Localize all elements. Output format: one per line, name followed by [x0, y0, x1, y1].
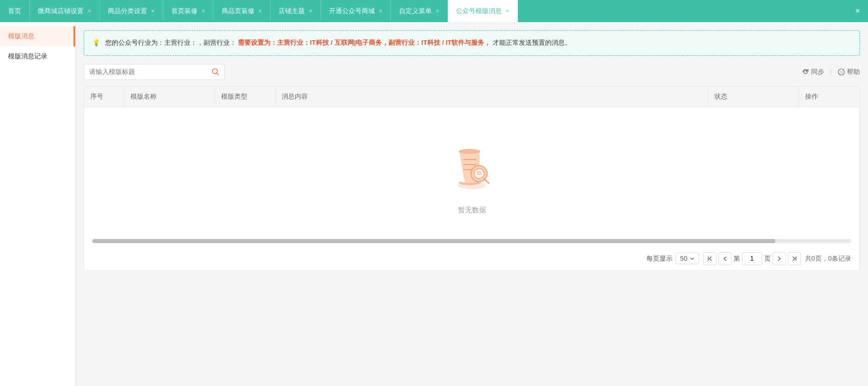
- close-open-mall[interactable]: ×: [379, 8, 382, 15]
- tab-homepage-decor[interactable]: 首页装修 ×: [163, 0, 214, 22]
- close-product-category[interactable]: ×: [151, 8, 155, 15]
- search-right-actions: 同步 | ? 帮助: [802, 67, 860, 76]
- close-template-message[interactable]: ×: [506, 8, 509, 15]
- next-page-icon: [777, 256, 782, 261]
- tab-weishop-settings-label: 微商城店铺设置: [38, 7, 84, 16]
- per-page-dropdown[interactable]: 50: [676, 253, 699, 264]
- close-product-page-decor[interactable]: ×: [258, 8, 262, 15]
- th-name: 模版名称: [124, 87, 215, 107]
- scroll-thumb: [92, 239, 775, 243]
- th-type: 模版类型: [215, 87, 276, 107]
- svg-line-10: [484, 179, 489, 183]
- divider: |: [830, 68, 832, 75]
- close-weishop-settings[interactable]: ×: [88, 8, 91, 15]
- tab-store-theme[interactable]: 店铺主题 ×: [271, 0, 321, 22]
- search-button[interactable]: [206, 64, 224, 80]
- sidebar-item-template-message-log-label: 模版消息记录: [8, 52, 47, 60]
- page-navigation: 第 页: [703, 252, 801, 265]
- tab-weishop-settings[interactable]: 微商城店铺设置 ×: [30, 0, 100, 22]
- empty-illustration: [442, 137, 502, 198]
- sync-label: 同步: [811, 67, 824, 76]
- last-page-icon: [792, 256, 797, 261]
- next-page-button[interactable]: [773, 252, 786, 265]
- prev-page-button[interactable]: [718, 252, 731, 265]
- svg-point-9: [474, 169, 484, 179]
- tab-product-page-decor[interactable]: 商品页装修 ×: [214, 0, 271, 22]
- content-area: 💡 您的公众号行业为：主营行业：，副营行业： 需要设置为：主营行业：IT科技 /…: [76, 22, 868, 386]
- tab-home-label: 首页: [8, 7, 21, 16]
- tab-homepage-decor-label: 首页装修: [171, 7, 197, 16]
- pagination: 每页显示 50: [84, 247, 859, 270]
- first-page-button[interactable]: [703, 252, 716, 265]
- tab-home[interactable]: 首页: [0, 0, 30, 22]
- search-icon: [212, 68, 219, 75]
- notice-icon: 💡: [92, 39, 100, 46]
- page-prefix: 第: [733, 254, 740, 263]
- page-suffix: 页: [764, 254, 771, 263]
- tab-custom-menu[interactable]: 自定义菜单 ×: [391, 0, 448, 22]
- top-nav: 首页 微商城店铺设置 × 商品分类设置 × 首页装修 × 商品页装修 × 店铺主…: [0, 0, 868, 22]
- last-page-button[interactable]: [788, 252, 801, 265]
- tab-product-page-decor-label: 商品页装修: [222, 7, 254, 16]
- empty-text: 暂无数据: [458, 206, 486, 215]
- close-all-tabs[interactable]: ×: [847, 7, 868, 16]
- tab-template-message-label: 公众号模版消息: [456, 7, 502, 16]
- horizontal-scrollbar[interactable]: [92, 239, 851, 243]
- tab-product-category-label: 商品分类设置: [108, 7, 147, 16]
- help-label: 帮助: [847, 67, 860, 76]
- chevron-down-icon: [690, 256, 695, 261]
- per-page-label: 每页显示: [646, 254, 673, 263]
- table-header: 序号 模版名称 模版类型 消息内容 状态 操作: [84, 87, 859, 107]
- search-bar: 同步 | ? 帮助: [84, 64, 860, 80]
- svg-text:?: ?: [840, 70, 843, 75]
- sidebar-item-template-message-log[interactable]: 模版消息记录: [0, 46, 75, 66]
- close-custom-menu[interactable]: ×: [436, 8, 439, 15]
- notice-box: 💡 您的公众号行业为：主营行业：，副营行业： 需要设置为：主营行业：IT科技 /…: [84, 30, 860, 56]
- notice-prefix: 您的公众号行业为：主营行业：，副营行业：: [105, 39, 236, 46]
- sidebar: 模版消息 模版消息记录: [0, 22, 76, 386]
- th-status: 状态: [708, 87, 799, 107]
- sync-icon: [802, 68, 809, 75]
- search-input-wrap: [84, 64, 225, 80]
- close-store-theme[interactable]: ×: [309, 8, 312, 15]
- help-button[interactable]: ? 帮助: [838, 67, 860, 76]
- tab-store-theme-label: 店铺主题: [279, 7, 305, 16]
- per-page-select: 每页显示 50: [646, 253, 699, 264]
- tab-custom-menu-label: 自定义菜单: [399, 7, 432, 16]
- tab-open-mall[interactable]: 开通公众号商城 ×: [321, 0, 391, 22]
- svg-line-1: [217, 73, 219, 75]
- tab-open-mall-label: 开通公众号商城: [329, 7, 375, 16]
- sidebar-item-template-message-label: 模版消息: [8, 32, 34, 40]
- main-layout: 模版消息 模版消息记录 💡 您的公众号行业为：主营行业：，副营行业： 需要设置为…: [0, 22, 868, 386]
- tab-template-message[interactable]: 公众号模版消息 ×: [448, 0, 518, 22]
- th-index: 序号: [84, 87, 124, 107]
- th-action: 操作: [799, 87, 859, 107]
- close-homepage-decor[interactable]: ×: [202, 8, 205, 15]
- notice-highlight: 需要设置为：主营行业：IT科技 / 互联网|电子商务，副营行业：IT科技 / I…: [238, 39, 491, 46]
- help-icon: ?: [838, 68, 845, 75]
- tab-product-category[interactable]: 商品分类设置 ×: [100, 0, 163, 22]
- total-records-text: 共0页，0条记录: [805, 254, 851, 263]
- th-content: 消息内容: [276, 87, 708, 107]
- sidebar-item-template-message[interactable]: 模版消息: [0, 26, 75, 46]
- search-input[interactable]: [84, 68, 206, 75]
- first-page-icon: [707, 256, 712, 261]
- notice-suffix: 才能正常发送预置的消息。: [493, 39, 571, 46]
- page-number-input[interactable]: [742, 252, 762, 265]
- per-page-value: 50: [680, 255, 687, 262]
- data-table: 序号 模版名称 模版类型 消息内容 状态 操作: [84, 86, 860, 271]
- empty-state: 暂无数据: [84, 107, 859, 235]
- sync-button[interactable]: 同步: [802, 67, 824, 76]
- prev-page-icon: [722, 256, 727, 261]
